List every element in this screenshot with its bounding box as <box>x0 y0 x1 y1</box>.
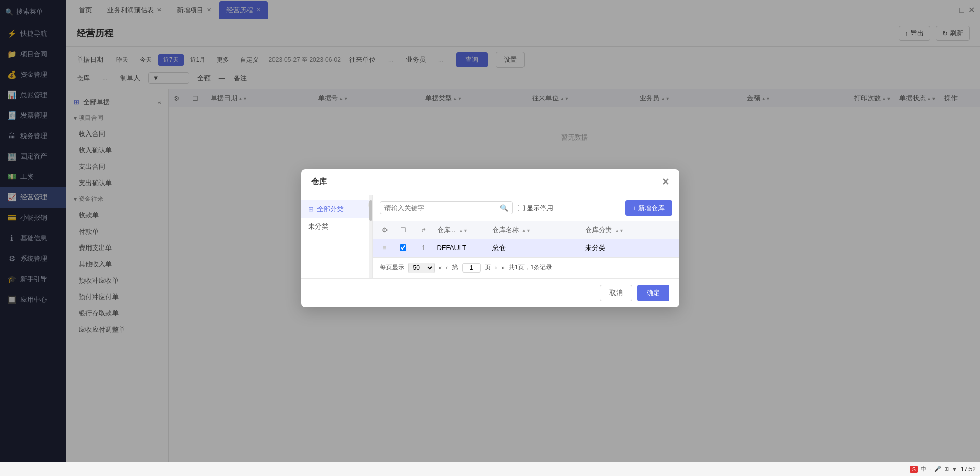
modal-actions: 取消 确定 <box>301 278 679 307</box>
taskbar-arrow-icon[interactable]: ▼ <box>952 466 958 472</box>
taskbar-icons: S 中 · 🎤 ⊞ ▼ <box>910 465 958 473</box>
modal-left-panel: ⊞ 全部分类 未分类 « <box>301 195 373 278</box>
taskbar-chinese-icon[interactable]: 中 <box>921 465 926 473</box>
taskbar: S 中 · 🎤 ⊞ ▼ 17:52 <box>0 462 980 476</box>
modal-left-all[interactable]: ⊞ 全部分类 <box>301 200 372 218</box>
row-drag-icon: ≡ <box>378 244 392 252</box>
modal-pagination: 每页显示 501020100 « ‹ 第 页 › » 共1页，1条记录 <box>373 257 679 278</box>
modal-last-btn[interactable]: » <box>501 264 505 271</box>
taskbar-s-icon[interactable]: S <box>910 466 918 473</box>
col-id-sort: ▲▼ <box>459 229 468 233</box>
col-cat-sort: ▲▼ <box>614 229 624 233</box>
modal-all-label: 全部分类 <box>317 205 344 214</box>
row-category: 未分类 <box>585 243 674 253</box>
modal-page-size-label: 每页显示 <box>380 263 404 272</box>
taskbar-dot-icon[interactable]: · <box>929 466 931 472</box>
modal-table: ⚙ ☐ # 仓库... ▲▼ 仓库名称 ▲▼ 仓库分类 <box>373 221 679 257</box>
modal-col-cat-label[interactable]: 仓库分类 ▲▼ <box>585 225 674 235</box>
row-name: 总仓 <box>492 243 581 253</box>
modal-total-info: 共1页，1条记录 <box>509 263 552 272</box>
modal-page-size-select[interactable]: 501020100 <box>408 263 435 273</box>
taskbar-mic-icon[interactable]: 🎤 <box>934 466 941 472</box>
modal-prev-btn[interactable]: ‹ <box>446 264 448 271</box>
modal-search-box[interactable]: 🔍 <box>380 201 513 214</box>
show-disabled-checkbox[interactable]: 显示停用 <box>518 203 553 213</box>
modal-grid-icon: ⊞ <box>308 205 314 213</box>
modal-body: ⊞ 全部分类 未分类 « 🔍 <box>301 195 679 278</box>
modal-left-uncategorized[interactable]: 未分类 <box>301 218 372 235</box>
modal-col-name-label[interactable]: 仓库名称 ▲▼ <box>492 225 581 235</box>
cancel-button[interactable]: 取消 <box>600 285 632 301</box>
modal-first-btn[interactable]: « <box>439 264 442 271</box>
taskbar-grid-icon[interactable]: ⊞ <box>944 466 949 472</box>
confirm-button[interactable]: 确定 <box>637 285 669 301</box>
modal-col-check-all[interactable]: ☐ <box>396 226 411 234</box>
modal-left-scrollbar[interactable] <box>369 195 372 278</box>
row-checkbox[interactable] <box>396 244 411 251</box>
modal-title: 仓库 <box>311 177 327 187</box>
modal-search-icon: 🔍 <box>500 204 508 212</box>
modal-table-row[interactable]: ≡ 1 DEFAULT 总仓 未分类 <box>373 239 679 257</box>
add-warehouse-button[interactable]: + 新增仓库 <box>625 200 672 216</box>
modal-col-id-label[interactable]: 仓库... ▲▼ <box>437 225 488 235</box>
modal-col-settings[interactable]: ⚙ <box>378 226 392 234</box>
row-num: 1 <box>415 244 433 252</box>
taskbar-time: 17:52 <box>961 466 976 473</box>
modal-page-label: 第 <box>452 263 458 272</box>
modal-table-header: ⚙ ☐ # 仓库... ▲▼ 仓库名称 ▲▼ 仓库分类 <box>373 221 679 239</box>
modal-left-scrollbar-thumb <box>369 200 372 221</box>
modal-page-input[interactable] <box>462 263 481 273</box>
modal-toolbar: 🔍 显示停用 + 新增仓库 <box>373 195 679 221</box>
modal-right-panel: 🔍 显示停用 + 新增仓库 ⚙ ☐ # 仓库... <box>373 195 679 278</box>
modal-header: 仓库 ✕ <box>301 169 679 195</box>
col-name-sort: ▲▼ <box>521 229 531 233</box>
modal-search-input[interactable] <box>384 204 497 212</box>
modal-close-button[interactable]: ✕ <box>662 176 669 188</box>
modal-uncategorized-label: 未分类 <box>308 222 328 231</box>
modal-overlay: 仓库 ✕ ⊞ 全部分类 未分类 « <box>0 0 980 476</box>
modal-col-num-label: # <box>415 226 433 234</box>
warehouse-modal: 仓库 ✕ ⊞ 全部分类 未分类 « <box>301 169 679 307</box>
row-id: DEFAULT <box>437 244 488 252</box>
show-disabled-label: 显示停用 <box>527 203 553 213</box>
show-disabled-check[interactable] <box>518 205 525 211</box>
modal-page-label-2: 页 <box>485 263 491 272</box>
modal-next-btn[interactable]: › <box>495 264 497 271</box>
